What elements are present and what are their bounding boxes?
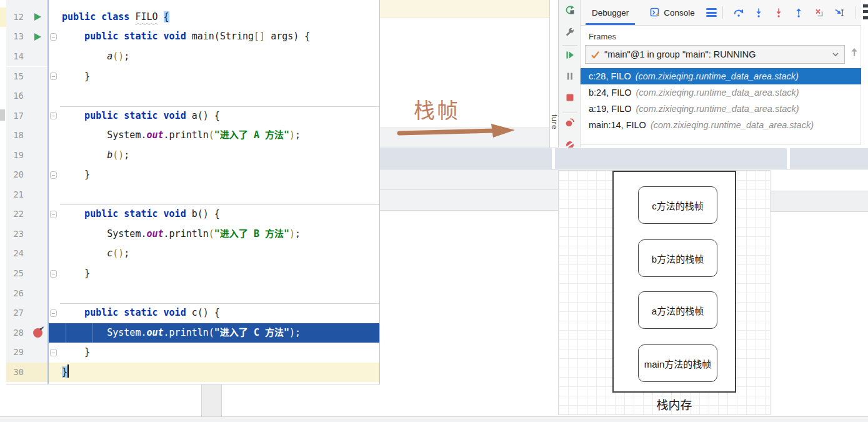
- fold-icon[interactable]: [50, 349, 57, 356]
- code-line-28[interactable]: 28 System.out.println("进入了 C 方法");: [6, 323, 379, 343]
- thread-selector-dropdown[interactable]: "main"@1 in group "main": RUNNING: [585, 45, 845, 64]
- view-breakpoints-icon[interactable]: [565, 118, 575, 128]
- code-text[interactable]: [61, 284, 379, 304]
- code-line-23[interactable]: 23 System.out.println("进入了 B 方法");: [6, 224, 379, 244]
- gutter-cell[interactable]: 23: [6, 224, 47, 244]
- code-line-14[interactable]: 14 a();: [6, 47, 379, 67]
- code-text[interactable]: a();: [61, 47, 379, 67]
- frame-row[interactable]: b:24, FILO(com.zixieqing.runtime_data_ar…: [581, 84, 861, 101]
- resume-icon[interactable]: [565, 50, 575, 60]
- fold-icon[interactable]: [50, 270, 57, 278]
- code-line-30[interactable]: 30}: [6, 363, 379, 383]
- run-icon[interactable]: [34, 13, 41, 21]
- pause-icon[interactable]: [565, 71, 575, 81]
- stack-frame-box[interactable]: b方法的栈帧: [638, 239, 717, 277]
- run-icon[interactable]: [34, 33, 41, 41]
- code-text[interactable]: System.out.println("进入了 A 方法");: [61, 126, 379, 146]
- gutter-cell[interactable]: 11: [6, 0, 47, 8]
- gutter-cell[interactable]: 14: [6, 47, 47, 67]
- code-line-16[interactable]: 16: [6, 86, 379, 106]
- code-line-20[interactable]: 20 }: [6, 165, 379, 185]
- rerun-icon[interactable]: [565, 5, 575, 15]
- fold-icon[interactable]: [50, 112, 57, 119]
- code-text[interactable]: [61, 86, 379, 106]
- gutter-cell[interactable]: 19: [6, 146, 47, 166]
- gutter-cell[interactable]: 15: [6, 67, 47, 87]
- code-line-13[interactable]: 13 public static void main(String[] args…: [6, 27, 379, 47]
- gutter-cell[interactable]: 30: [6, 363, 47, 383]
- breakpoint-verified-icon[interactable]: [33, 328, 42, 338]
- step-out-icon[interactable]: [794, 8, 804, 18]
- gutter-cell[interactable]: 13: [6, 27, 47, 47]
- layout-menu-icon[interactable]: [706, 8, 717, 17]
- fold-icon[interactable]: [50, 309, 57, 317]
- gutter-cell[interactable]: 24: [6, 244, 47, 264]
- fold-icon[interactable]: [50, 73, 57, 80]
- tab-console[interactable]: Console: [644, 0, 701, 25]
- code-text[interactable]: public static void b() {: [61, 204, 379, 224]
- code-line-25[interactable]: 25 }: [6, 264, 379, 284]
- code-text[interactable]: [61, 0, 379, 8]
- force-step-into-icon[interactable]: [774, 8, 784, 18]
- run-to-cursor-icon[interactable]: [834, 8, 844, 18]
- code-text[interactable]: b();: [61, 146, 379, 166]
- code-line-21[interactable]: 21: [6, 185, 379, 205]
- code-line-11[interactable]: 11: [6, 0, 379, 8]
- code-line-26[interactable]: 26: [6, 284, 379, 304]
- code-text[interactable]: public static void a() {: [61, 106, 379, 126]
- code-line-15[interactable]: 15 }: [6, 67, 379, 87]
- step-over-icon[interactable]: [734, 8, 744, 18]
- code-text[interactable]: }: [61, 264, 379, 284]
- gutter-cell[interactable]: 29: [6, 343, 47, 363]
- gutter-cell[interactable]: 17: [6, 106, 47, 126]
- stack-frame-box[interactable]: a方法的栈帧: [638, 291, 717, 329]
- code-line-22[interactable]: 22 public static void b() {: [6, 204, 379, 224]
- code-text[interactable]: }: [61, 165, 379, 185]
- fold-icon[interactable]: [50, 33, 57, 41]
- code-text[interactable]: public static void c() {: [61, 303, 379, 323]
- code-line-19[interactable]: 19 b();: [6, 146, 379, 166]
- code-text[interactable]: System.out.println("进入了 B 方法");: [61, 224, 379, 244]
- code-editor[interactable]: 1112public class FILO {13 public static …: [6, 0, 380, 384]
- mute-breakpoints-icon[interactable]: [565, 140, 575, 148]
- stop-icon[interactable]: [565, 93, 575, 103]
- code-text[interactable]: System.out.println("进入了 C 方法");: [61, 323, 379, 343]
- code-line-29[interactable]: 29 }: [6, 343, 379, 363]
- gutter-cell[interactable]: 28: [6, 323, 47, 343]
- gutter-cell[interactable]: 21: [6, 185, 47, 205]
- frame-row[interactable]: main:14, FILO(com.zixieqing.runtime_data…: [581, 117, 861, 133]
- gutter-cell[interactable]: 27: [6, 303, 47, 323]
- gutter-cell[interactable]: 25: [6, 264, 47, 284]
- code-text[interactable]: }: [61, 363, 379, 383]
- wrench-icon[interactable]: [565, 28, 575, 38]
- code-text[interactable]: public static void main(String[] args) {: [61, 27, 379, 47]
- stack-frame-box[interactable]: c方法的栈帧: [638, 186, 717, 224]
- tab-debugger[interactable]: Debugger: [586, 0, 635, 25]
- code-line-27[interactable]: 27 public static void c() {: [6, 303, 379, 323]
- code-line-17[interactable]: 17 public static void a() {: [6, 106, 379, 126]
- code-line-18[interactable]: 18 System.out.println("进入了 A 方法");: [6, 126, 379, 146]
- gutter-cell[interactable]: 18: [6, 126, 47, 146]
- frame-row[interactable]: a:19, FILO(com.zixieqing.runtime_data_ar…: [581, 101, 861, 117]
- drop-frame-icon[interactable]: [814, 8, 824, 18]
- fold-icon[interactable]: [50, 171, 57, 179]
- frame-row[interactable]: c:28, FILO(com.zixieqing.runtime_data_ar…: [581, 68, 861, 84]
- code-text[interactable]: [61, 185, 379, 205]
- gutter-cell[interactable]: 26: [6, 284, 47, 304]
- gutter-cell[interactable]: 22: [6, 204, 47, 224]
- gutter-cell[interactable]: 12: [6, 8, 47, 28]
- code-text[interactable]: }: [61, 67, 379, 87]
- step-into-icon[interactable]: [754, 8, 764, 18]
- code-line-24[interactable]: 24 c();: [6, 244, 379, 264]
- gutter-cell[interactable]: 20: [6, 165, 47, 185]
- code-line-12[interactable]: 12public class FILO {: [6, 8, 379, 28]
- stack-frame-box[interactable]: main方法的栈帧: [638, 344, 717, 382]
- code-text[interactable]: }: [61, 343, 379, 363]
- frame-up-icon[interactable]: [849, 48, 859, 58]
- fold-icon[interactable]: [50, 211, 57, 218]
- scrollbar-fragment[interactable]: [0, 109, 5, 121]
- code-text[interactable]: c();: [61, 244, 379, 264]
- gutter-cell[interactable]: 16: [6, 86, 47, 106]
- code-text[interactable]: public class FILO {: [61, 8, 379, 28]
- structure-tab-label[interactable]: ture: [550, 114, 559, 130]
